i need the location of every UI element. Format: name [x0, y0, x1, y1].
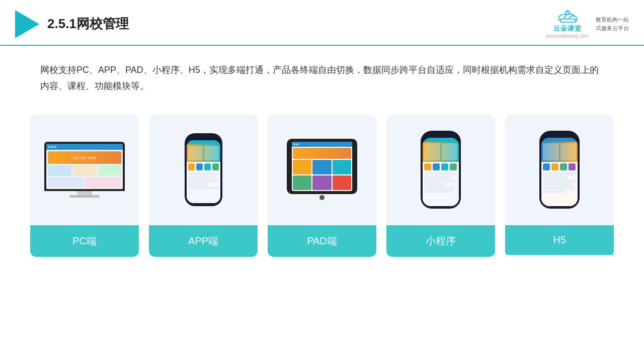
- pc-stand-top: [77, 191, 92, 195]
- h5-preview: [505, 115, 614, 225]
- app-preview: [149, 115, 258, 225]
- app-label: APP端: [149, 225, 258, 257]
- page-header: 2.5.1网校管理 云朵课堂 yunduoketang.com 教育机构一站 式…: [0, 0, 644, 46]
- brand-name: 云朵课堂: [553, 24, 582, 33]
- pad-preview: [268, 115, 376, 225]
- app-phone-notch: [197, 136, 209, 139]
- app-phone-outer: [185, 133, 222, 206]
- h5-phone-screen: [541, 138, 578, 206]
- app-phone-mockup: [185, 133, 222, 206]
- mini-card: 小程序: [386, 115, 495, 257]
- logo-triangle-icon: [15, 10, 39, 38]
- mini-label: 小程序: [386, 225, 495, 257]
- mini-phone-mockup: [421, 131, 461, 209]
- pc-preview: 职达人的第一堂网课: [30, 115, 139, 225]
- brand-slogan: 教育机构一站 式服务云平台: [596, 16, 629, 32]
- pc-card: 职达人的第一堂网课: [30, 115, 139, 257]
- device-cards-container: 职达人的第一堂网课: [0, 105, 644, 272]
- page-title: 2.5.1网校管理: [47, 15, 129, 33]
- header-left: 2.5.1网校管理: [15, 10, 129, 38]
- pad-home-button: [319, 195, 325, 200]
- header-right: 云朵课堂 yunduoketang.com 教育机构一站 式服务云平台: [546, 9, 629, 39]
- pc-stand-base: [69, 195, 100, 198]
- h5-card: H5: [505, 115, 614, 257]
- mini-preview: [386, 115, 495, 225]
- h5-label: H5: [505, 225, 614, 255]
- pad-mockup: [287, 139, 357, 201]
- description-paragraph: 网校支持PC、APP、PAD、小程序、H5，实现多端打通，产品各终端自由切换，数…: [40, 62, 604, 95]
- h5-phone-notch: [553, 133, 566, 137]
- h5-phone-mockup: [539, 131, 580, 209]
- pad-label: PAD端: [268, 225, 376, 257]
- app-card: APP端: [149, 115, 258, 257]
- mini-phone-notch: [434, 133, 447, 137]
- brand-url: yunduoketang.com: [546, 33, 589, 39]
- pad-card: PAD端: [268, 115, 376, 257]
- svg-rect-3: [560, 19, 575, 22]
- h5-phone-outer: [539, 131, 580, 209]
- pc-label: PC端: [30, 225, 139, 257]
- brand-logo: 云朵课堂 yunduoketang.com: [546, 9, 589, 39]
- pc-mockup: 职达人的第一堂网课: [44, 142, 125, 198]
- cloud-logo-icon: [555, 9, 580, 24]
- description-text: 网校支持PC、APP、PAD、小程序、H5，实现多端打通，产品各终端自由切换，数…: [0, 46, 644, 105]
- app-phone-screen: [187, 140, 220, 203]
- mini-phone-screen: [423, 138, 459, 206]
- pad-screen: [292, 142, 352, 191]
- pad-outer: [287, 139, 357, 194]
- pc-screen-inner: 职达人的第一堂网课: [46, 144, 123, 189]
- pc-screen-outer: 职达人的第一堂网课: [44, 142, 125, 191]
- mini-phone-outer: [421, 131, 461, 209]
